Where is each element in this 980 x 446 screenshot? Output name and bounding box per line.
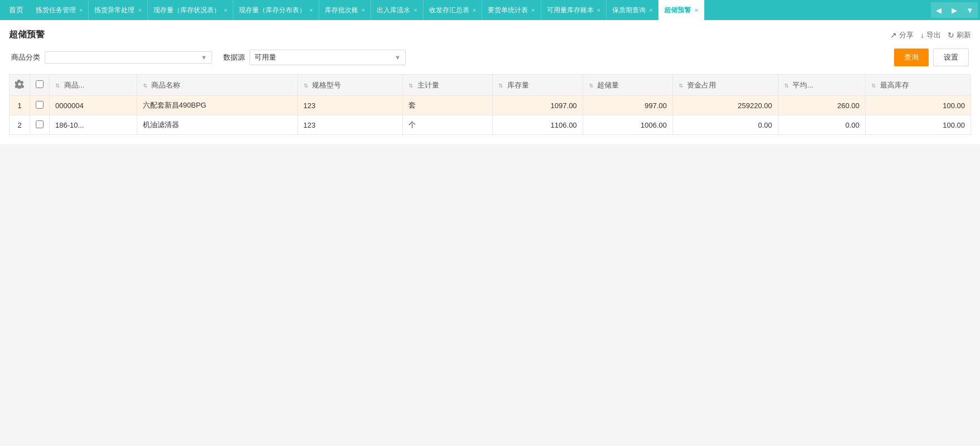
- product-code-col-header[interactable]: ⇅ 商品...: [50, 75, 137, 96]
- gear-icon: [15, 80, 24, 89]
- nav-tab-close-1[interactable]: ×: [138, 7, 141, 13]
- nav-tab-label-8: 可用量库存账本: [547, 6, 594, 15]
- nav-tab-2[interactable]: 现存量（库存状况表）×: [148, 0, 233, 20]
- table-header-row: ⇅ 商品... ⇅ 商品名称 ⇅ 规格型号 ⇅ 主计量 ⇅ 库存量: [9, 75, 971, 96]
- data-table: ⇅ 商品... ⇅ 商品名称 ⇅ 规格型号 ⇅ 主计量 ⇅ 库存量: [9, 74, 971, 135]
- export-button[interactable]: ↓ 导出: [920, 30, 941, 40]
- overstock-1: 1006.00: [583, 115, 672, 135]
- nav-tab-5[interactable]: 出入库流水×: [371, 0, 423, 20]
- select-all-col-header[interactable]: [30, 75, 50, 96]
- product-code-header-label: 商品...: [64, 81, 85, 89]
- table-row: 1 0000004 六配套新昌490BPG 123 套 1097.00 997.…: [9, 96, 971, 115]
- nav-next-button[interactable]: ▶: [947, 2, 962, 18]
- datasource-dropdown-icon: ▼: [395, 54, 401, 61]
- sort-icon: ⇅: [589, 83, 593, 89]
- max-stock-col-header[interactable]: ⇅ 最高库存: [866, 75, 971, 96]
- nav-tab-close-9[interactable]: ×: [649, 7, 652, 13]
- nav-arrows: ◀ ▶ ▼: [931, 2, 978, 18]
- product-code-1: 186-10...: [50, 115, 137, 135]
- sort-icon: ⇅: [679, 83, 683, 89]
- select-all-checkbox[interactable]: [36, 80, 44, 88]
- export-icon: ↓: [920, 31, 924, 40]
- category-filter: 商品分类 ▼: [11, 51, 212, 64]
- nav-tab-close-8[interactable]: ×: [597, 7, 601, 13]
- refresh-button[interactable]: ↻ 刷新: [948, 30, 971, 40]
- avg-header-label: 平均...: [792, 81, 813, 89]
- nav-tab-1[interactable]: 拣货异常处理×: [89, 0, 147, 20]
- avg-col-header[interactable]: ⇅ 平均...: [778, 75, 866, 96]
- capital-occupied-col-header[interactable]: ⇅ 资金占用: [672, 75, 778, 96]
- row-num-1: 2: [9, 115, 30, 135]
- capital-occupied-1: 0.00: [672, 115, 778, 135]
- table-body: 1 0000004 六配套新昌490BPG 123 套 1097.00 997.…: [9, 96, 971, 135]
- product-code-0: 0000004: [50, 96, 137, 115]
- overstock-header-label: 超储量: [597, 81, 619, 89]
- nav-tab-label-4: 库存批次账: [325, 6, 358, 15]
- nav-tab-close-5[interactable]: ×: [414, 7, 417, 13]
- refresh-icon: ↻: [948, 31, 954, 40]
- row-num-0: 1: [9, 96, 30, 115]
- max-stock-header-label: 最高库存: [880, 81, 909, 89]
- overstock-col-header[interactable]: ⇅ 超储量: [583, 75, 672, 96]
- stock-col-header[interactable]: ⇅ 库存量: [493, 75, 583, 96]
- filter-buttons: 查询 设置: [894, 49, 969, 66]
- sort-icon: ⇅: [498, 83, 503, 89]
- nav-tab-close-4[interactable]: ×: [362, 7, 365, 13]
- row-checkbox-1[interactable]: [36, 120, 44, 128]
- nav-tab-10[interactable]: 超储预警×: [659, 0, 704, 20]
- nav-prev-button[interactable]: ◀: [931, 2, 947, 18]
- nav-tab-6[interactable]: 收发存汇总表×: [424, 0, 482, 20]
- sort-icon: ⇅: [871, 83, 876, 89]
- refresh-label: 刷新: [957, 30, 971, 40]
- product-name-header-label: 商品名称: [151, 81, 180, 89]
- nav-tab-3[interactable]: 现存量（库存分布表）×: [233, 0, 319, 20]
- nav-tab-close-7[interactable]: ×: [531, 7, 535, 13]
- top-navigation: 首页 拣货任务管理×拣货异常处理×现存量（库存状况表）×现存量（库存分布表）×库…: [0, 0, 980, 20]
- query-button[interactable]: 查询: [894, 49, 929, 66]
- capital-occupied-0: 259220.00: [672, 96, 778, 115]
- header-actions: ↗ 分享 ↓ 导出 ↻ 刷新: [890, 30, 971, 40]
- sort-icon: ⇅: [55, 83, 60, 89]
- nav-tab-label-2: 现存量（库存状况表）: [153, 6, 220, 15]
- unit-0: 套: [403, 96, 493, 115]
- spec-model-col-header[interactable]: ⇅ 规格型号: [297, 75, 403, 96]
- nav-tab-9[interactable]: 保质期查询×: [607, 0, 659, 20]
- nav-tab-close-10[interactable]: ×: [694, 7, 698, 13]
- nav-tab-label-5: 出入库流水: [377, 6, 410, 15]
- nav-menu-button[interactable]: ▼: [962, 2, 978, 18]
- page-header: 超储预警 ↗ 分享 ↓ 导出 ↻ 刷新: [9, 29, 971, 41]
- nav-tab-close-3[interactable]: ×: [309, 7, 313, 13]
- nav-tab-close-2[interactable]: ×: [224, 7, 227, 13]
- datasource-select[interactable]: 可用量 ▼: [249, 50, 406, 65]
- nav-home[interactable]: 首页: [2, 0, 30, 20]
- nav-tab-4[interactable]: 库存批次账×: [319, 0, 371, 20]
- home-label: 首页: [9, 5, 23, 15]
- unit-header-label: 主计量: [417, 81, 439, 89]
- nav-tab-label-9: 保质期查询: [612, 6, 646, 15]
- spec-model-0: 123: [297, 96, 403, 115]
- sort-icon: ⇅: [784, 83, 789, 89]
- category-select[interactable]: ▼: [45, 51, 212, 64]
- product-name-1: 机油滤清器: [137, 115, 297, 135]
- share-label: 分享: [899, 30, 914, 40]
- product-name-col-header[interactable]: ⇅ 商品名称: [137, 75, 297, 96]
- datasource-label: 数据源: [223, 52, 245, 62]
- spec-model-header-label: 规格型号: [312, 81, 341, 89]
- settings-button[interactable]: 设置: [933, 49, 969, 66]
- unit-col-header[interactable]: ⇅ 主计量: [403, 75, 493, 96]
- table-row: 2 186-10... 机油滤清器 123 个 1106.00 1006.00 …: [9, 115, 971, 135]
- main-content: 超储预警 ↗ 分享 ↓ 导出 ↻ 刷新 商品分类 ▼ 数据源: [0, 20, 980, 144]
- share-button[interactable]: ↗ 分享: [890, 30, 914, 40]
- nav-tab-8[interactable]: 可用量库存账本×: [541, 0, 607, 20]
- nav-tab-7[interactable]: 要货单统计表×: [482, 0, 541, 20]
- nav-tab-close-6[interactable]: ×: [473, 7, 476, 13]
- nav-tab-0[interactable]: 拣货任务管理×: [30, 0, 89, 20]
- stock-1: 1106.00: [493, 115, 583, 135]
- row-checkbox-0[interactable]: [36, 101, 44, 109]
- row-checkbox-cell-0[interactable]: [30, 96, 50, 115]
- row-checkbox-cell-1[interactable]: [30, 115, 50, 135]
- settings-col-header[interactable]: [9, 75, 30, 96]
- nav-tab-close-0[interactable]: ×: [79, 7, 83, 13]
- spec-model-1: 123: [297, 115, 403, 135]
- stock-0: 1097.00: [493, 96, 583, 115]
